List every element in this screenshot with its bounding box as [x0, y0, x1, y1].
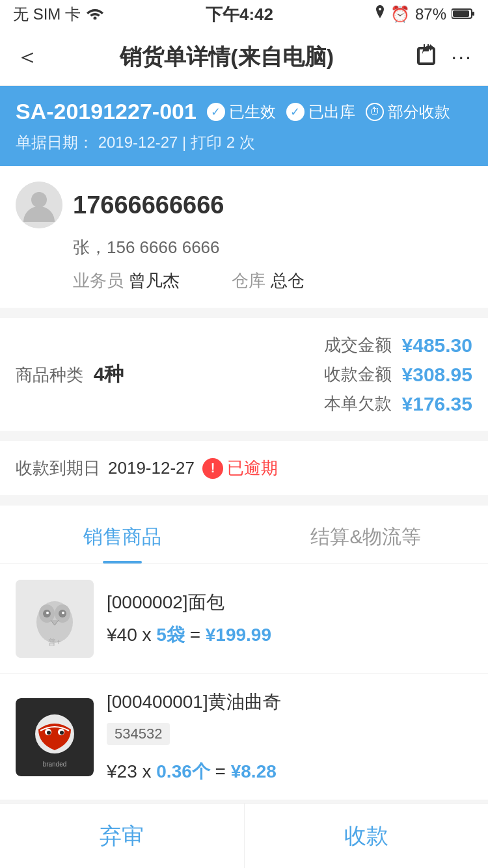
avatar — [16, 182, 62, 228]
customer-name-info: 张，156 6666 6666 — [16, 236, 472, 259]
svg-point-14 — [62, 612, 64, 614]
status-time: 下午4:42 — [206, 3, 273, 26]
product-info-1: [0000002]面包 ¥40 x 5袋 = ¥199.99 — [107, 590, 472, 647]
customer-section: 17666666666 张，156 6666 6666 业务员 曾凡杰 仓库 总… — [0, 166, 488, 308]
warehouse-label: 仓库 — [232, 269, 265, 292]
owed-label: 本单欠款 — [324, 392, 392, 415]
badge-partial: ⏱ 部分收款 — [366, 102, 450, 122]
more-icon[interactable]: ··· — [451, 45, 472, 69]
alarm-icon: ⏰ — [390, 5, 410, 23]
customer-meta: 业务员 曾凡杰 仓库 总仓 — [16, 269, 472, 292]
status-right: ⏰ 87% — [375, 5, 475, 23]
product-list: 普+ [0000002]面包 ¥40 x 5袋 = ¥199.99 — [0, 564, 488, 800]
badge-shipped: ✓ 已出库 — [286, 102, 355, 122]
goods-type-label: 商品种类 — [16, 365, 83, 385]
status-left: 无 SIM 卡 — [13, 4, 104, 25]
location-icon — [375, 5, 385, 23]
stats-left: 商品种类 4种 — [16, 361, 244, 388]
svg-rect-2 — [472, 12, 474, 16]
product-price-2: ¥23 x 0.36个 = ¥8.28 — [107, 759, 472, 784]
received-row: 收款金额 ¥308.95 — [244, 363, 472, 386]
product-qty-2: 0.36个 — [156, 761, 210, 781]
svg-point-21 — [60, 731, 64, 735]
svg-text:branded: branded — [43, 761, 67, 768]
nav-actions: ··· — [414, 43, 472, 71]
amount-label: 成交金额 — [324, 334, 392, 357]
svg-point-13 — [46, 612, 49, 614]
due-label: 收款到期日 — [16, 457, 100, 480]
product-thumbnail-2: branded — [16, 698, 94, 776]
status-bar: 无 SIM 卡 下午4:42 ⏰ 87% — [0, 0, 488, 29]
cancel-button[interactable]: 弃审 — [0, 804, 245, 868]
warehouse-name: 总仓 — [271, 269, 305, 292]
tab-sales-goods[interactable]: 销售商品 — [0, 506, 244, 563]
overdue-icon: ! — [202, 458, 223, 479]
product-total-1: ¥199.99 — [206, 625, 271, 645]
tab-settlement[interactable]: 结算&物流等 — [244, 506, 488, 563]
stats-right: 成交金额 ¥485.30 收款金额 ¥308.95 本单欠款 ¥176.35 — [244, 334, 472, 415]
product-price-1: ¥40 x 5袋 = ¥199.99 — [107, 623, 472, 647]
amount-value: ¥485.30 — [402, 334, 472, 357]
stats-section: 商品种类 4种 成交金额 ¥485.30 收款金额 ¥308.95 本单欠款 ¥… — [0, 318, 488, 431]
product-sku-2: 534532 — [107, 723, 170, 745]
product-name-2: [000400001]黄油曲奇 — [107, 690, 472, 714]
sales-label: 业务员 — [73, 269, 124, 292]
goods-count: 4种 — [94, 363, 124, 385]
tabs-section: 销售商品 结算&物流等 普+ — [0, 506, 488, 800]
received-value: ¥308.95 — [402, 364, 472, 386]
tabs-header: 销售商品 结算&物流等 — [0, 506, 488, 564]
wifi-icon — [86, 5, 104, 23]
nav-bar: ＜ 销货单详情(来自电脑) ··· — [0, 29, 488, 86]
header-banner: SA-20191227-001 ✓ 已生效 ✓ 已出库 ⏱ 部分收款 单据日期：… — [0, 86, 488, 166]
share-icon[interactable] — [414, 43, 438, 71]
owed-row: 本单欠款 ¥176.35 — [244, 392, 472, 415]
order-id: SA-20191227-001 — [16, 99, 197, 124]
due-date: 2019-12-27 — [108, 458, 195, 478]
customer-phone: 17666666666 — [73, 191, 224, 219]
overdue-text: 已逾期 — [227, 457, 278, 480]
back-button[interactable]: ＜ — [16, 41, 39, 73]
battery-text: 87% — [415, 5, 446, 23]
product-total-2: ¥8.28 — [231, 761, 277, 781]
due-section: 收款到期日 2019-12-27 ! 已逾期 — [0, 441, 488, 495]
check-icon-2: ✓ — [286, 103, 305, 121]
owed-value: ¥176.35 — [402, 393, 472, 415]
product-qty-1: 5袋 — [156, 625, 185, 645]
product-thumbnail-1: 普+ — [16, 580, 94, 658]
svg-point-6 — [31, 192, 47, 208]
svg-point-20 — [47, 731, 51, 735]
clock-icon: ⏱ — [366, 103, 384, 121]
svg-text:普+: 普+ — [48, 638, 61, 647]
sim-status: 无 SIM 卡 — [13, 4, 81, 25]
list-item: 普+ [0000002]面包 ¥40 x 5袋 = ¥199.99 — [0, 564, 488, 674]
bottom-bar: 弃审 收款 — [0, 803, 488, 868]
product-info-2: [000400001]黄油曲奇 534532 ¥23 x 0.36个 = ¥8.… — [107, 690, 472, 784]
battery-icon — [452, 5, 475, 23]
overdue-badge: ! 已逾期 — [202, 457, 278, 480]
svg-rect-3 — [453, 10, 469, 17]
amount-row: 成交金额 ¥485.30 — [244, 334, 472, 357]
svg-point-0 — [94, 17, 97, 20]
badge-effective: ✓ 已生效 — [207, 102, 276, 122]
received-label: 收款金额 — [324, 363, 392, 386]
banner-date: 单据日期： 2019-12-27 | 打印 2 次 — [16, 132, 472, 153]
product-name-1: [0000002]面包 — [107, 590, 472, 615]
sales-name: 曾凡杰 — [129, 269, 180, 292]
check-icon-1: ✓ — [207, 103, 225, 121]
page-title: 销货单详情(来自电脑) — [120, 42, 334, 72]
list-item: branded [000400001]黄油曲奇 534532 ¥23 x 0.3… — [0, 674, 488, 800]
confirm-button[interactable]: 收款 — [245, 804, 489, 868]
